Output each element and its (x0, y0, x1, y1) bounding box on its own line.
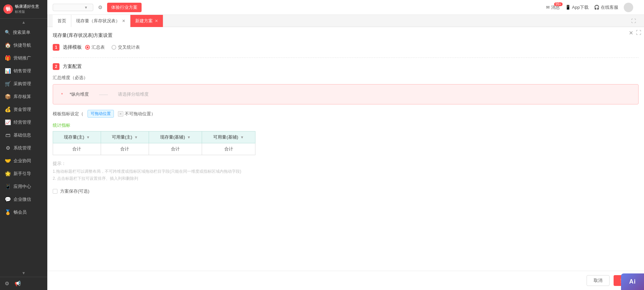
divider1 (53, 57, 639, 58)
col-dropdown-1[interactable]: ▼ (134, 135, 138, 139)
online-service-button[interactable]: 🎧 在线客服 (594, 4, 618, 10)
sidebar-item-label: 库存核算 (14, 94, 31, 100)
tab-close-inventory[interactable]: ✕ (122, 19, 125, 23)
tab-maximize-icon[interactable]: ⛶ (628, 18, 639, 24)
gear-icon[interactable]: ⚙ (98, 4, 102, 10)
sidebar-item-wechat[interactable]: 💬 企业微信 (0, 193, 47, 206)
tips-title: 提示： (53, 161, 639, 167)
template-options: 汇总表 交叉统计表 (85, 44, 140, 50)
col-dropdown-0[interactable]: ▼ (86, 135, 90, 139)
sidebar-item-inventory[interactable]: 📦 库存核算 (0, 90, 47, 103)
sidebar-item-label: 企业协同 (14, 158, 31, 164)
sidebar-item-operations[interactable]: 📈 经营管理 (0, 116, 47, 129)
search-dropdown-icon[interactable]: ▼ (84, 5, 88, 9)
sidebar-item-label: 企业微信 (14, 196, 31, 202)
cell-0-3: 合计 (202, 143, 255, 155)
save-option-label: 方案保存(可选) (60, 188, 90, 194)
sidebar-scroll-down[interactable]: ▼ (0, 269, 47, 277)
sidebar-item-search[interactable]: 🔍 搜索菜单 (0, 26, 47, 39)
tips-section: 提示： 1.拖动标题栏可以调整布局，不可跨维度或指标区域拖动栏目字段(只能在同一… (53, 161, 639, 182)
tabbar: 首页 现存量（库存状况表） ✕ 新建方案 ✕ ⛶ (47, 15, 644, 27)
marketing-icon: 🎁 (5, 55, 11, 61)
cancel-button[interactable]: 取消 (587, 275, 610, 286)
col-dropdown-3[interactable]: ▼ (240, 135, 244, 139)
close-button[interactable]: ✕ (629, 30, 633, 36)
sidebar-item-label: 应用中心 (14, 184, 31, 190)
radio-summary-circle (85, 45, 90, 50)
stats-table: 现存量(主) ▼ 可用量(主) ▼ 现存量(基辅 (53, 131, 255, 155)
col-header-3[interactable]: 可用量(基辅) ▼ (202, 131, 255, 143)
step2-section: 2 方案配置 汇总维度（必选） * *纵向维度 —— 请选择分组维度 模板指标设… (53, 63, 639, 182)
sidebar-item-corp[interactable]: 🤝 企业协同 (0, 154, 47, 167)
col-header-1[interactable]: 可用量(主) ▼ (101, 131, 149, 143)
step1-header: 1 选择模板 汇总表 交叉统计表 (53, 44, 639, 51)
sidebar-item-label: 新手引导 (14, 171, 31, 177)
settings-icon[interactable]: ⚙ (5, 281, 9, 287)
dimension-dash: —— (99, 92, 108, 97)
radio-summary[interactable]: 汇总表 (85, 44, 105, 50)
sales-icon: 📊 (5, 68, 11, 74)
tab-new-plan[interactable]: 新建方案 ✕ (130, 15, 163, 27)
col-header-2[interactable]: 现存量(基辅) ▼ (149, 131, 202, 143)
draggable-badge: 可拖动位置 (88, 110, 114, 118)
step1-section: 1 选择模板 汇总表 交叉统计表 (53, 44, 639, 51)
sidebar-item-basicinfo[interactable]: 🗃 基础信息 (0, 129, 47, 142)
sidebar-item-finance[interactable]: 💰 资金管理 (0, 103, 47, 116)
window-controls: ✕ ⛶ (629, 30, 641, 36)
purchase-icon: 🛒 (5, 81, 11, 87)
sidebar-item-quicknav[interactable]: 🏠 快捷导航 (0, 39, 47, 52)
message-icon: ✉ (546, 5, 550, 10)
sidebar-item-appstore[interactable]: 📱 应用中心 (0, 180, 47, 193)
ai-badge[interactable]: Ai (621, 273, 644, 290)
inventory-icon: 📦 (5, 94, 11, 100)
basicinfo-icon: 🗃 (5, 132, 11, 138)
search-input[interactable] (56, 5, 83, 10)
sidebar-item-purchase[interactable]: 🛒 采购管理 (0, 77, 47, 90)
system-icon: ⚙ (5, 145, 11, 151)
sidebar-item-label: 搜索菜单 (13, 29, 30, 35)
trial-button[interactable]: 体验行业方案 (107, 3, 142, 12)
no-drag-badge: 不可拖动位置） (118, 111, 155, 117)
sidebar-scroll-up[interactable]: ▲ (0, 19, 47, 26)
col-dropdown-2[interactable]: ▼ (187, 135, 191, 139)
topbar-search-box[interactable]: ▼ (53, 4, 93, 11)
tab-inventory-status[interactable]: 现存量（库存状况表） ✕ (71, 15, 130, 27)
message-badge: 99+ (554, 2, 563, 6)
dimension-box: * *纵向维度 —— 请选择分组维度 (53, 84, 639, 104)
save-checkbox[interactable] (53, 189, 57, 194)
app-icon: 📱 (565, 5, 571, 10)
col-header-0[interactable]: 现存量(主) ▼ (53, 131, 101, 143)
sidebar-item-system[interactable]: ⚙ 系统管理 (0, 142, 47, 154)
sidebar-item-label: 资金管理 (14, 106, 31, 113)
speaker-icon[interactable]: 📢 (15, 281, 21, 287)
cell-0-1: 合计 (101, 143, 149, 155)
sidebar-item-marketing[interactable]: 🎁 营销推广 (0, 52, 47, 65)
tab-close-newplan[interactable]: ✕ (155, 19, 158, 23)
sidebar-item-label: 采购管理 (14, 81, 31, 87)
table-row: 合计 合计 合计 合计 (53, 143, 255, 155)
sidebar-item-label: 快捷导航 (14, 42, 31, 48)
save-option: 方案保存(可选) (53, 188, 639, 194)
quicknav-icon: 🏠 (5, 42, 11, 48)
sidebar-item-member[interactable]: 🏅 畅会员 (0, 206, 47, 219)
sidebar: 畅 畅康通好生意 标准版 ▲ 🔍 搜索菜单 🏠 快捷导航 🎁 营销推广 📊 销售… (0, 0, 47, 290)
sidebar-item-guide[interactable]: 🌟 新手引导 (0, 167, 47, 180)
topbar-right: ✉ 消息 99+ 📱 App下载 🎧 在线客服 (546, 3, 639, 12)
step2-header: 2 方案配置 (53, 63, 639, 70)
sidebar-bottom: ⚙ 📢 (0, 277, 47, 290)
expand-button[interactable]: ⛶ (636, 30, 641, 36)
footer-bar: 取消 查询 (47, 271, 644, 290)
user-avatar[interactable] (624, 3, 633, 12)
radio-cross[interactable]: 交叉统计表 (112, 44, 140, 50)
dimension-placeholder[interactable]: 请选择分组维度 (118, 91, 149, 97)
vertical-dimension-label: *纵向维度 (70, 91, 89, 97)
sidebar-item-sales[interactable]: 📊 销售管理 (0, 65, 47, 77)
messages-button[interactable]: ✉ 消息 99+ (546, 4, 560, 10)
app-download-button[interactable]: 📱 App下载 (565, 4, 589, 10)
operations-icon: 📈 (5, 119, 11, 125)
tab-home[interactable]: 首页 (53, 15, 71, 27)
content-area: ✕ ⛶ 现存量(库存状况表)方案设置 1 选择模板 汇总表 交叉统计表 (47, 27, 644, 290)
app-badge: 标准版 (15, 9, 39, 14)
no-drag-label: 不可拖动位置） (125, 111, 155, 117)
sidebar-item-label: 系统管理 (14, 145, 31, 151)
